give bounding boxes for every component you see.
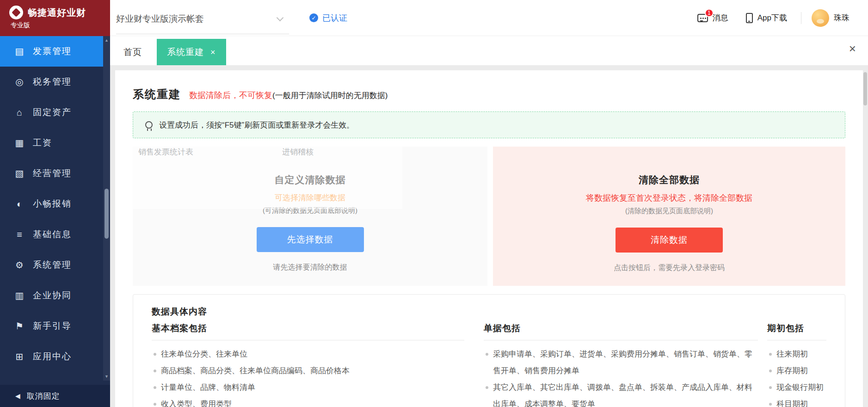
column-header: 基本档案包括 [152,322,464,340]
sidebar-scrollbar-thumb[interactable] [105,189,109,239]
sidebar-item-reimburse[interactable]: ◐ 小畅报销 [0,189,103,219]
info-banner-text: 设置成功后，须按“F5键”刷新页面或重新登录才会生效。 [159,120,354,130]
brand-edition: 专业版 [9,21,110,30]
sidebar-item-label: 税务管理 [33,76,72,88]
custom-clear-subtitle: 可选择清除哪些数据 [133,192,487,203]
warning-text: 数据清除后，不可恢复 [189,90,272,101]
certified-label: 已认证 [322,12,347,24]
brand-name: 畅捷通好业财 [28,6,86,19]
system-rebuild-panel: 销售发票统计表 进销稽核 系统重建 数据清除后，不可恢复 (一般用于清除试用时的… [115,70,863,407]
sidebar-item-label: 经营管理 [33,167,72,179]
sidebar-item-label: 发票管理 [33,45,72,57]
sidebar-item-tax-management[interactable]: ◎ 税务管理 [0,67,103,97]
list-item: 库存期初 [767,363,826,379]
clear-all-title: 清除全部数据 [493,173,845,186]
warning-note: (一般用于清除试用时的无用数据) [272,90,388,101]
building-icon: ⌂ [14,107,25,118]
content-scrollbar-thumb[interactable] [863,72,867,105]
close-page-icon[interactable]: × [849,43,856,55]
data-detail-card: 数据具体内容 基本档案包括 往来单位分类、往来单位 商品档案、商品分类、往来单位… [133,294,845,407]
grid-icon: ⊞ [14,351,25,362]
sidebar-item-label: 固定资产 [33,106,72,118]
scroll-down-icon[interactable]: ▼ [103,372,110,381]
sidebar-item-app-center[interactable]: ⊞ 应用中心 [0,341,103,372]
account-selector-value: 好业财专业版演示帐套 [116,13,204,25]
unpin-label: 取消固定 [27,391,60,401]
topbar-right: 1 消息 App下载 珠珠 [697,9,868,27]
tax-icon: ◎ [14,76,25,87]
clear-all-subtitle: 将数据恢复至首次登录状态，将清除全部数据 [493,192,845,204]
divider [801,12,801,24]
sidebar-item-label: 工资 [33,137,52,149]
sidebar-item-invoice-management[interactable]: ▤ 发票管理 [0,36,103,67]
invoice-icon: ▤ [14,46,25,57]
column-documents: 单据包括 采购申请单、采购订单、进货单、采购费用分摊单、销售订单、销货单、零售开… [484,322,758,407]
data-detail-columns: 基本档案包括 往来单位分类、往来单位 商品档案、商品分类、往来单位商品编码、商品… [152,322,826,407]
tab-home[interactable]: 首页 [119,39,147,65]
app-download-button[interactable]: App下载 [746,12,787,23]
topbar: 好业财专业版演示帐套 ✓ 已认证 1 消息 App下载 珠珠 [110,0,868,36]
sidebar-item-enterprise-collab[interactable]: ▥ 企业协同 [0,280,103,311]
sidebar-item-newbie-guide[interactable]: ⚑ 新手引导 [0,311,103,341]
data-detail-title: 数据具体内容 [152,306,826,318]
notification-badge: 1 [705,9,714,17]
tab-close-icon[interactable]: × [210,48,216,56]
list-item: 商品档案、商品分类、往来单位商品编码、商品价格本 [152,363,464,379]
brand-logo: 畅捷通好业财 专业版 [0,0,110,36]
clear-all-note: (清除的数据见页面底部说明) [493,207,845,216]
sidebar-item-business-management[interactable]: ▧ 经营管理 [0,158,103,189]
select-data-button[interactable]: 先选择数据 [257,227,364,252]
certified-icon: ✓ [309,13,318,22]
message-icon: 1 [697,14,708,22]
sidebar-scrollbar[interactable]: ▲ ▼ [103,36,110,381]
sidebar-item-salary[interactable]: ▦ 工资 [0,128,103,158]
page-title: 系统重建 [133,87,181,102]
collapse-icon: ◀ [15,392,20,400]
clear-options-row: 自定义清除数据 可选择清除哪些数据 (可清除的数据见页面底部说明) 先选择数据 … [133,147,845,286]
salary-icon: ▦ [14,137,25,148]
chevron-down-icon [277,14,284,21]
sidebar-item-label: 小畅报销 [33,198,72,210]
scroll-up-icon[interactable]: ▲ [103,36,110,44]
list-item: 科目期初 [767,396,826,407]
flag-icon: ⚑ [14,321,25,332]
list-item: 计量单位、品牌、物料清单 [152,379,464,396]
custom-clear-hint: 请先选择要清除的数据 [133,263,487,272]
sidebar-nav: ▤ 发票管理 ◎ 税务管理 ⌂ 固定资产 ▦ 工资 ▧ 经营管理 ◐ 小畅报销 [0,36,103,372]
certified-badge: ✓ 已认证 [309,12,347,24]
app-download-label: App下载 [757,12,787,23]
info-banner: 设置成功后，须按“F5键”刷新页面或重新登录才会生效。 [133,111,845,138]
messages-label: 消息 [713,12,728,23]
sidebar-item-label: 系统管理 [33,259,72,271]
clear-all-hint: 点击按钮后，需要先录入登录密码 [493,263,845,273]
list-item: 收入类型、费用类型 [152,396,464,407]
list-icon: ≡ [14,229,25,240]
page-title-row: 系统重建 数据清除后，不可恢复 (一般用于清除试用时的无用数据) [133,87,845,102]
column-basic-archives: 基本档案包括 往来单位分类、往来单位 商品档案、商品分类、往来单位商品编码、商品… [152,322,464,407]
messages-button[interactable]: 1 消息 [697,12,728,23]
clear-data-button[interactable]: 清除数据 [616,228,723,253]
unpin-button[interactable]: ◀ 取消固定 [0,385,110,407]
sidebar: 畅捷通好业财 专业版 ▤ 发票管理 ◎ 税务管理 ⌂ 固定资产 ▦ 工资 ▧ [0,0,110,407]
list-item: 往来单位分类、往来单位 [152,346,464,363]
list-item: 采购申请单、采购订单、进货单、采购费用分摊单、销售订单、销货单、零售开单、销售费… [484,346,758,379]
sidebar-item-label: 应用中心 [33,351,72,363]
brand-logo-icon [9,6,23,19]
column-opening-balance: 期初包括 往来期初 库存期初 现金银行期初 科目期初 [767,322,826,407]
list-item: 往来期初 [767,346,826,363]
sidebar-item-label: 企业协同 [33,290,72,302]
main-column: 好业财专业版演示帐套 ✓ 已认证 1 消息 App下载 珠珠 [110,0,868,407]
app-root: 畅捷通好业财 专业版 ▤ 发票管理 ◎ 税务管理 ⌂ 固定资产 ▦ 工资 ▧ [0,0,868,407]
username[interactable]: 珠珠 [834,12,850,23]
sidebar-item-fixed-assets[interactable]: ⌂ 固定资产 [0,97,103,128]
sidebar-item-basic-info[interactable]: ≡ 基础信息 [0,219,103,250]
business-icon: ▧ [14,168,25,179]
account-selector[interactable]: 好业财专业版演示帐套 [116,5,289,34]
sidebar-item-label: 基础信息 [33,228,72,240]
sidebar-item-label: 新手引导 [33,320,72,332]
tab-system-rebuild[interactable]: 系统重建 × [157,39,226,65]
avatar[interactable] [812,9,829,27]
sidebar-item-system-management[interactable]: ⚙ 系统管理 [0,250,103,280]
reimburse-icon: ◐ [14,199,25,210]
phone-icon [746,13,753,23]
